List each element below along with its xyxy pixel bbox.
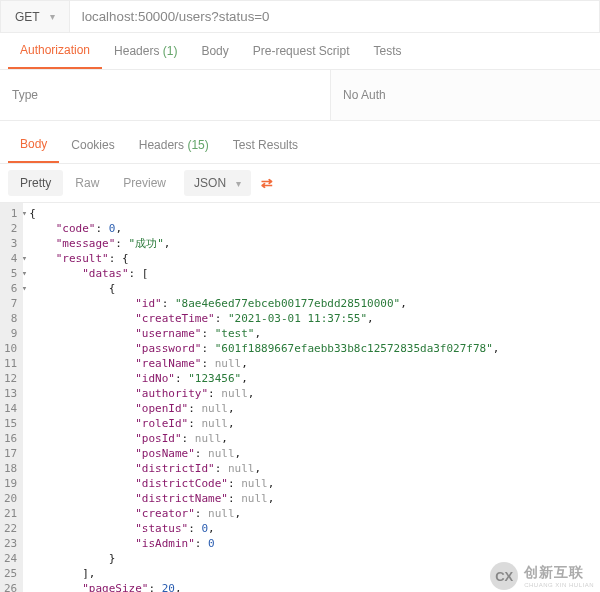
- line-number: 10: [4, 341, 17, 356]
- line-number: 21: [4, 506, 17, 521]
- watermark: CX 创新互联 CHUANG XIN HULIAN: [490, 562, 594, 590]
- line-number: 4: [4, 251, 17, 266]
- view-bar: Pretty Raw Preview JSON ▾ ⇄: [0, 164, 600, 203]
- resp-tab-headers-label: Headers: [139, 138, 184, 152]
- code-line: "posId": null,: [29, 431, 499, 446]
- line-number: 24: [4, 551, 17, 566]
- response-tabs: Body Cookies Headers (15) Test Results: [0, 121, 600, 164]
- code-line: "password": "601f1889667efaebb33b8c12572…: [29, 341, 499, 356]
- resp-tab-headers[interactable]: Headers (15): [127, 128, 221, 162]
- line-gutter: 1234567891011121314151617181920212223242…: [0, 203, 23, 592]
- resp-tab-headers-count: (15): [187, 138, 208, 152]
- watermark-sub: CHUANG XIN HULIAN: [524, 582, 594, 588]
- line-number: 17: [4, 446, 17, 461]
- line-number: 2: [4, 221, 17, 236]
- code-line: "realName": null,: [29, 356, 499, 371]
- view-raw[interactable]: Raw: [63, 170, 111, 196]
- code-line: "authority": null,: [29, 386, 499, 401]
- code-line: "districtCode": null,: [29, 476, 499, 491]
- request-tabs: Authorization Headers (1) Body Pre-reque…: [0, 33, 600, 70]
- code-line: "username": "test",: [29, 326, 499, 341]
- tab-pre-request[interactable]: Pre-request Script: [241, 34, 362, 68]
- url-input[interactable]: [70, 1, 599, 32]
- response-body: 1234567891011121314151617181920212223242…: [0, 203, 600, 592]
- line-number: 16: [4, 431, 17, 446]
- view-preview[interactable]: Preview: [111, 170, 178, 196]
- method-select[interactable]: GET ▾: [1, 1, 70, 32]
- code-line: "pageSize": 20,: [29, 581, 499, 592]
- line-number: 23: [4, 536, 17, 551]
- line-number: 8: [4, 311, 17, 326]
- auth-type-label: Type: [0, 70, 330, 120]
- line-number: 11: [4, 356, 17, 371]
- resp-tab-cookies[interactable]: Cookies: [59, 128, 126, 162]
- watermark-logo-icon: CX: [490, 562, 518, 590]
- code-line: "isAdmin": 0: [29, 536, 499, 551]
- code-line: "message": "成功",: [29, 236, 499, 251]
- watermark-brand: 创新互联: [524, 564, 584, 580]
- line-number: 3: [4, 236, 17, 251]
- chevron-down-icon: ▾: [50, 11, 55, 22]
- line-number: 6: [4, 281, 17, 296]
- line-number: 19: [4, 476, 17, 491]
- code-line: {: [29, 281, 499, 296]
- request-bar: GET ▾: [0, 0, 600, 33]
- code-line: "idNo": "123456",: [29, 371, 499, 386]
- code-line: "createTime": "2021-03-01 11:37:55",: [29, 311, 499, 326]
- tab-body[interactable]: Body: [189, 34, 240, 68]
- code-line: "status": 0,: [29, 521, 499, 536]
- chevron-down-icon: ▾: [236, 178, 241, 189]
- line-number: 22: [4, 521, 17, 536]
- line-number: 13: [4, 386, 17, 401]
- format-select[interactable]: JSON ▾: [184, 170, 251, 196]
- auth-type-select[interactable]: No Auth: [330, 70, 600, 120]
- code-line: "openId": null,: [29, 401, 499, 416]
- auth-type-value: No Auth: [343, 88, 386, 102]
- code-line: {: [29, 206, 499, 221]
- line-number: 15: [4, 416, 17, 431]
- line-number: 7: [4, 296, 17, 311]
- code-line: }: [29, 551, 499, 566]
- code-line: "roleId": null,: [29, 416, 499, 431]
- format-label: JSON: [194, 176, 226, 190]
- resp-tab-test-results[interactable]: Test Results: [221, 128, 310, 162]
- wrap-lines-icon[interactable]: ⇄: [261, 175, 273, 191]
- line-number: 9: [4, 326, 17, 341]
- tab-authorization[interactable]: Authorization: [8, 33, 102, 69]
- line-number: 26: [4, 581, 17, 592]
- auth-panel: Type No Auth: [0, 70, 600, 121]
- code-line: ],: [29, 566, 499, 581]
- view-pretty[interactable]: Pretty: [8, 170, 63, 196]
- code-line: "id": "8ae4e6ed77ebceb00177ebdd28510000"…: [29, 296, 499, 311]
- resp-tab-body[interactable]: Body: [8, 127, 59, 163]
- code-line: "datas": [: [29, 266, 499, 281]
- line-number: 1: [4, 206, 17, 221]
- code-line: "result": {: [29, 251, 499, 266]
- code-line: "creator": null,: [29, 506, 499, 521]
- code-line: "districtId": null,: [29, 461, 499, 476]
- tab-headers[interactable]: Headers (1): [102, 34, 189, 68]
- line-number: 14: [4, 401, 17, 416]
- line-number: 18: [4, 461, 17, 476]
- code-content[interactable]: { "code": 0, "message": "成功", "result": …: [23, 203, 505, 592]
- method-label: GET: [15, 10, 40, 24]
- code-line: "posName": null,: [29, 446, 499, 461]
- line-number: 20: [4, 491, 17, 506]
- code-line: "code": 0,: [29, 221, 499, 236]
- line-number: 25: [4, 566, 17, 581]
- tab-headers-label: Headers: [114, 44, 159, 58]
- line-number: 5: [4, 266, 17, 281]
- line-number: 12: [4, 371, 17, 386]
- tab-headers-count: (1): [163, 44, 178, 58]
- code-line: "districtName": null,: [29, 491, 499, 506]
- tab-tests[interactable]: Tests: [361, 34, 413, 68]
